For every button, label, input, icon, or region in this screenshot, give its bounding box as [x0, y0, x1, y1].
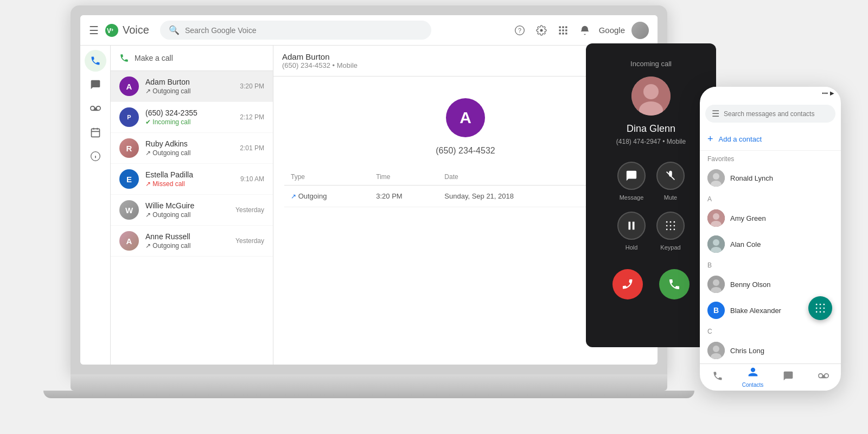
sidebar-item-voicemail[interactable]: [85, 98, 106, 119]
call-name: Willie McGuire: [145, 201, 229, 210]
search-icon: 🔍: [169, 25, 180, 35]
help-icon[interactable]: ?: [512, 23, 527, 38]
settings-icon[interactable]: [534, 23, 549, 38]
svg-rect-7: [562, 29, 564, 31]
contact-avatar: [707, 235, 725, 253]
svg-rect-32: [670, 229, 672, 231]
contact-name: Alan Cole: [730, 240, 761, 248]
call-item[interactable]: A Adam Burton ↗ Outgoing call 3:20 PM: [111, 71, 273, 102]
menu-icon[interactable]: ☰: [89, 24, 99, 37]
contact-item-benny[interactable]: Benny Olson: [700, 271, 841, 297]
svg-point-20: [643, 84, 659, 99]
call-name: Anne Russell: [145, 232, 229, 241]
svg-rect-54: [824, 308, 825, 309]
call-info: Willie McGuire ↗ Outgoing call: [145, 201, 229, 219]
add-contact-icon: +: [707, 133, 713, 145]
user-avatar[interactable]: [631, 22, 649, 39]
call-name: Estella Padilla: [145, 170, 234, 179]
mobile-search-bar[interactable]: ☰: [705, 105, 835, 123]
svg-rect-51: [824, 304, 825, 305]
sidebar-item-messages[interactable]: [85, 74, 106, 95]
call-item[interactable]: R Ruby Adkins ↗ Outgoing call 2:01 PM: [111, 133, 273, 164]
svg-rect-8: [565, 29, 567, 31]
hold-ctrl-icon: [617, 212, 646, 240]
call-info: Adam Burton ↗ Outgoing call: [145, 78, 233, 95]
topbar-left: ☰ V Voice: [89, 23, 149, 38]
search-bar[interactable]: 🔍: [160, 21, 431, 40]
mobile-search-input[interactable]: [724, 110, 829, 118]
answer-button[interactable]: [659, 269, 690, 299]
contact-item-ronald[interactable]: Ronald Lynch: [700, 165, 841, 191]
keypad-ctrl-label: Keypad: [660, 244, 680, 251]
mobile-content: ☰ + Add a contact Favorites Ronald Lynch…: [700, 99, 841, 363]
mobile-nav-contacts[interactable]: Contacts: [735, 367, 770, 388]
sidebar-item-calendar[interactable]: [85, 122, 106, 143]
call-avatar: P: [119, 107, 139, 127]
voice-logo-icon: V: [104, 23, 119, 38]
contact-name: Amy Green: [730, 214, 766, 222]
svg-rect-6: [559, 29, 560, 31]
svg-rect-24: [633, 222, 635, 230]
svg-rect-26: [670, 221, 672, 223]
call-item[interactable]: A Anne Russell ↗ Outgoing call Yesterday: [111, 226, 273, 257]
fab-button[interactable]: [808, 296, 832, 320]
contact-avatar: [707, 276, 725, 293]
call-item[interactable]: E Estella Padilla ↗ Missed call 9:10 AM: [111, 164, 273, 195]
apps-icon[interactable]: [556, 23, 571, 38]
call-time: 2:12 PM: [240, 113, 264, 121]
mobile-menu-icon[interactable]: ☰: [712, 108, 719, 119]
svg-rect-56: [820, 311, 821, 313]
sidebar-item-info[interactable]: [85, 145, 106, 167]
favorites-label: Favorites: [700, 151, 841, 165]
incoming-label: Incoming call: [630, 60, 672, 68]
call-avatar: A: [119, 76, 139, 96]
detail-contact-name: Adam Burton: [282, 52, 596, 61]
mobile-nav-messages[interactable]: [770, 371, 806, 384]
battery-icon: ▶: [830, 90, 834, 96]
contact-item-chris[interactable]: Chris Long: [700, 337, 841, 363]
sidebar-item-calls[interactable]: [85, 50, 106, 72]
contacts-nav-icon: [748, 367, 758, 380]
call-avatar: A: [119, 231, 139, 251]
mobile-nav-calls[interactable]: [700, 371, 735, 384]
notifications-icon[interactable]: [577, 23, 592, 38]
caller-number: (418) 474-2947 • Mobile: [616, 138, 686, 145]
outgoing-arrow-icon: ↗: [291, 193, 296, 200]
mobile-bottom-nav: Contacts: [700, 363, 841, 391]
message-ctrl-btn[interactable]: Message: [617, 162, 646, 201]
caller-name: Dina Glenn: [627, 123, 675, 135]
search-input[interactable]: [185, 26, 423, 35]
svg-rect-53: [820, 308, 821, 309]
detail-contact-number: (650) 234-4532 • Mobile: [282, 61, 596, 69]
make-call-header[interactable]: Make a call: [111, 46, 273, 71]
decline-button[interactable]: [612, 269, 643, 299]
section-a-label: A: [700, 191, 841, 205]
call-name: (650) 324-2355: [145, 108, 233, 117]
svg-rect-10: [562, 33, 564, 34]
keypad-ctrl-btn[interactable]: Keypad: [656, 212, 685, 251]
hold-ctrl-btn[interactable]: Hold: [617, 212, 646, 251]
call-info: Estella Padilla ↗ Missed call: [145, 170, 234, 188]
call-type: ↗ Missed call: [145, 180, 234, 188]
contact-item-amy[interactable]: Amy Green: [700, 205, 841, 231]
row-type: ↗ Outgoing: [284, 186, 369, 207]
contact-name: Benny Olson: [730, 280, 770, 289]
add-contact-row[interactable]: + Add a contact: [700, 128, 841, 151]
add-contact-label: Add a contact: [719, 135, 762, 143]
contact-item-alan[interactable]: Alan Cole: [700, 231, 841, 257]
svg-rect-50: [820, 304, 821, 305]
svg-rect-49: [816, 304, 818, 305]
call-list: A Adam Burton ↗ Outgoing call 3:20 PM P: [111, 71, 273, 365]
laptop: ☰ V Voice 🔍: [71, 5, 667, 418]
contact-avatar: [707, 342, 725, 359]
svg-rect-52: [816, 308, 818, 309]
call-item[interactable]: P (650) 324-2355 ✔ Incoming call 2:12 PM: [111, 102, 273, 133]
mute-ctrl-btn[interactable]: Mute: [656, 162, 685, 201]
call-avatar: R: [119, 138, 139, 158]
detail-phone: (650) 234-4532: [436, 146, 495, 156]
svg-point-38: [713, 213, 719, 220]
detail-avatar-large: A: [446, 98, 485, 137]
main-content: Make a call A Adam Burton ↗ Outgoing cal…: [80, 46, 658, 365]
mobile-nav-voicemail[interactable]: [806, 371, 841, 384]
call-item[interactable]: W Willie McGuire ↗ Outgoing call Yesterd…: [111, 195, 273, 226]
